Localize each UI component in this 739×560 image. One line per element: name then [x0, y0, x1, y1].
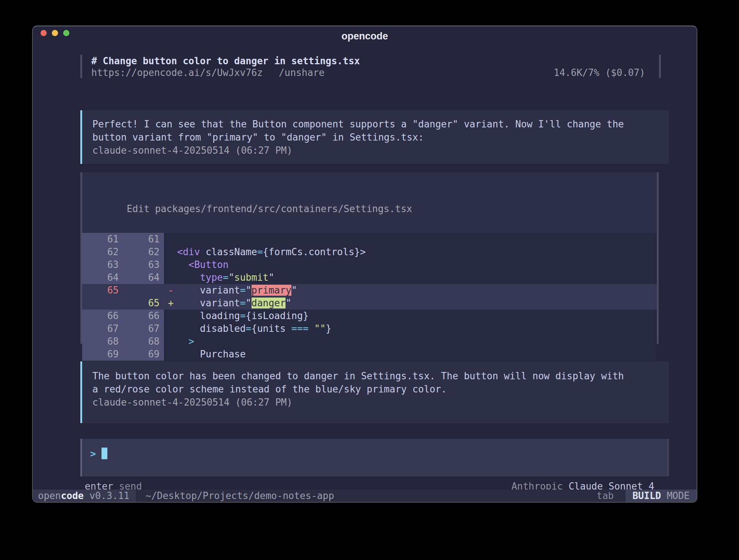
edited-file-path: packages/frontend/src/containers/Setting…	[155, 203, 412, 214]
message-text-line: Perfect! I can see that the Button compo…	[92, 118, 662, 131]
working-directory: ~/Desktop/Projects/demo-notes-app	[145, 490, 334, 502]
app-version: v0.3.11	[84, 490, 129, 501]
diff-row: 6969 Purchase	[82, 348, 657, 361]
prompt-input[interactable]: >	[80, 439, 669, 476]
message-text-line: button variant from "primary" to "danger…	[92, 131, 662, 144]
header-right-border	[659, 55, 661, 78]
assistant-message: Perfect! I can see that the Button compo…	[80, 110, 669, 164]
model-timestamp: claude-sonnet-4-20250514 (06:27 PM)	[92, 144, 662, 157]
titlebar: opencode	[33, 26, 697, 48]
context-usage: 14.6K/7% ($0.07)	[554, 67, 645, 78]
status-bar: opencode v0.3.11 ~/Desktop/Projects/demo…	[33, 490, 697, 502]
share-url-group: https://opencode.ai/s/UwJxv76z/unshare	[91, 67, 325, 78]
app-name-suffix: code	[61, 490, 84, 501]
diff-row: 6464 type="submit"	[82, 271, 657, 284]
diff-row: 65+ variant="danger"	[82, 297, 657, 310]
header-left-border	[80, 55, 82, 78]
diff-table: 61616262<div className={formCs.controls}…	[82, 233, 657, 361]
assistant-message: The button color has been changed to dan…	[80, 361, 669, 423]
diff-row: 6666 loading={isLoading}	[82, 310, 657, 322]
model-timestamp: claude-sonnet-4-20250514 (06:27 PM)	[92, 396, 662, 409]
diff-row: 6767 disabled={units === ""}	[82, 322, 657, 335]
app-version-segment: opencode v0.3.11	[33, 490, 136, 502]
message-text-line: a red/rose color scheme instead of the b…	[92, 383, 662, 396]
diff-row: 6868 >	[82, 335, 657, 348]
unshare-command[interactable]: /unshare	[279, 67, 325, 78]
diff-row: 6262<div className={formCs.controls}>	[82, 246, 657, 258]
mode-suffix: MODE	[661, 490, 690, 502]
tool-label: Edit	[127, 203, 150, 214]
app-window: opencode # Change button color to danger…	[32, 26, 697, 503]
edit-tool-title: Editpackages/frontend/src/containers/Set…	[82, 192, 657, 225]
mode-indicator: BUILD MODE	[625, 490, 697, 502]
mode-name: BUILD	[632, 490, 661, 502]
session-header: # Change button color to danger in setti…	[80, 55, 661, 78]
diff-row: 6363 <Button	[82, 258, 657, 271]
diff-row: 65- variant="primary"	[82, 284, 657, 297]
text-cursor	[102, 448, 107, 459]
edit-tool-card: Editpackages/frontend/src/containers/Set…	[80, 172, 659, 344]
prompt-chevron: >	[90, 448, 96, 459]
app-name-prefix: open	[38, 490, 61, 501]
window-title: opencode	[33, 31, 697, 42]
diff-row: 6161	[82, 233, 657, 246]
session-title: # Change button color to danger in setti…	[91, 55, 645, 66]
share-url-link[interactable]: https://opencode.ai/s/UwJxv76z	[91, 67, 263, 78]
message-text-line: The button color has been changed to dan…	[92, 369, 662, 383]
tab-key-hint: tab	[597, 490, 614, 502]
